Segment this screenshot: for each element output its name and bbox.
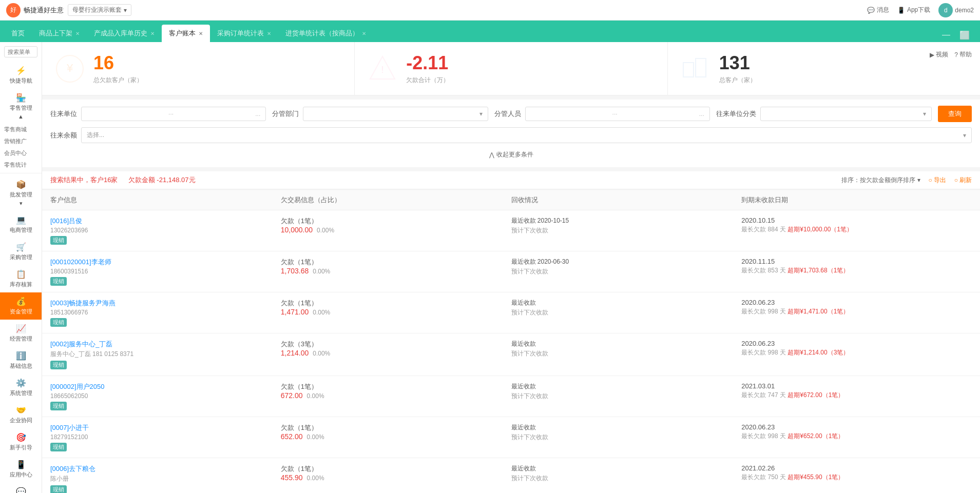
overdue-link-2[interactable]: 超期¥1,471.00（1笔） <box>787 308 849 315</box>
help-button[interactable]: ? 帮助 <box>954 50 972 59</box>
app-download-button[interactable]: 📱 App下载 <box>897 6 930 14</box>
overdue-link-3[interactable]: 超期¥1,214.00（3笔） <box>787 349 849 356</box>
overdue-link-5[interactable]: 超期¥652.00（1笔） <box>787 432 844 440</box>
customer-tag-0: 现销 <box>50 236 67 245</box>
overdue-link-6[interactable]: 超期¥455.90（1笔） <box>787 474 844 481</box>
customer-name-link-3[interactable]: [0002]服务中心_丁磊 <box>50 340 112 348</box>
card-icon-money: ¥ <box>54 53 85 84</box>
store-name: 母婴行业演示账套 <box>72 6 122 14</box>
person-input[interactable]: ··· <box>525 107 710 121</box>
customer-info-6: [0006]去下粮仓 陈小册 现销 <box>50 464 281 493</box>
close-icon[interactable]: ✕ <box>199 31 203 36</box>
card-body-2: -2.11 欠款合计（万） <box>406 52 655 85</box>
sidebar-item-system[interactable]: ⚙️ 系统管理 <box>0 374 42 401</box>
filter-dept: 分管部门 ▾ <box>272 107 488 121</box>
sidebar-item-retail-stats[interactable]: 零售统计 <box>0 159 42 171</box>
customer-name-link-1[interactable]: [0001020001]李老师 <box>50 258 111 266</box>
sidebar-item-marketing[interactable]: 营销推广 <box>0 135 42 147</box>
info-icon: ℹ️ <box>16 351 26 361</box>
overdue-link-0[interactable]: 超期¥10,000.00（1笔） <box>787 226 853 233</box>
debt-amount-4: 672.00 <box>281 391 303 400</box>
debt-desc-5: 欠款（1笔） <box>281 423 511 432</box>
customer-name-link-5[interactable]: [0007]小进干 <box>50 424 89 431</box>
debt-info-1: 欠款（1笔） 1,703.680.00% <box>281 258 511 275</box>
debt-desc-0: 欠款（1笔） <box>281 216 511 226</box>
search-button[interactable]: 查询 <box>938 106 972 122</box>
overdue-link-4[interactable]: 超期¥672.00（1笔） <box>787 391 844 399</box>
last-collect-4: 最近收款 <box>511 382 742 391</box>
sidebar-search-area <box>0 42 42 62</box>
customer-name-link-6[interactable]: [0006]去下粮仓 <box>50 465 95 472</box>
sidebar-item-label: 快捷导航 <box>10 77 32 85</box>
collapse-button[interactable]: ⋀ 收起更多条件 <box>489 150 533 159</box>
unit-type-select[interactable]: ▾ <box>760 107 932 121</box>
main-area: ⚡ 快捷导航 🏪 零售管理 ▲ 零售商城 营销推广 会员中心 零售统计 <box>0 42 980 493</box>
table-header: 客户信息 欠交易信息（占比） 回收情况 到期未收款日期 <box>42 190 980 210</box>
sidebar-item-enterprise[interactable]: 🤝 企业协同 <box>0 401 42 428</box>
sidebar-item-inventory[interactable]: 📋 库存核算 <box>0 265 42 292</box>
sidebar-item-finance[interactable]: 💰 资金管理 <box>0 292 42 320</box>
app-download-label: App下载 <box>907 6 930 14</box>
sidebar-item-operations[interactable]: 📈 经营管理 <box>0 320 42 347</box>
sidebar-item-member-center[interactable]: 会员中心 <box>0 147 42 159</box>
sidebar-item-app-center[interactable]: 📱 应用中心 <box>0 456 42 483</box>
close-icon[interactable]: ✕ <box>362 31 366 36</box>
recovery-info-0: 最近收款 2020-10-15 预计下次收款 <box>511 216 742 235</box>
balance-select[interactable]: 选择... ▾ <box>81 127 972 143</box>
sidebar-item-basic-info[interactable]: ℹ️ 基础信息 <box>0 347 42 374</box>
customer-phone-3: 服务中心_丁磊 181 0125 8371 <box>50 350 281 359</box>
tab-home[interactable]: 首页 <box>4 25 32 42</box>
from-unit-input[interactable]: ··· <box>81 107 266 121</box>
customer-name-link-4[interactable]: [000002]用户2050 <box>50 383 105 390</box>
minimize-button[interactable]: — <box>939 28 953 42</box>
collapse-icon: ⋀ <box>489 151 494 159</box>
user-menu[interactable]: d demo2 <box>938 3 974 17</box>
customers-owed-label: 总欠款客户（家） <box>93 76 342 85</box>
export-button[interactable]: ○ 导出 <box>929 176 946 185</box>
close-icon[interactable]: ✕ <box>150 31 155 36</box>
tab-product-on-off[interactable]: 商品上下架 ✕ <box>32 25 87 42</box>
top-bar: 好 畅捷通好生意 母婴行业演示账套 ▾ 💬 消息 📱 App下载 d demo2 <box>0 0 980 21</box>
sidebar-item-quick-nav[interactable]: ⚡ 快捷导航 <box>0 62 42 89</box>
sidebar-item-wholesale[interactable]: 📦 批发管理 ▾ <box>0 175 42 211</box>
overdue-link-1[interactable]: 超期¥1,703.68（1笔） <box>787 267 849 274</box>
customer-tag-1: 现销 <box>50 277 67 286</box>
close-icon[interactable]: ✕ <box>75 31 80 36</box>
sidebar-item-retail-mgmt[interactable]: 🏪 零售管理 ▲ <box>0 89 42 124</box>
store-selector[interactable]: 母婴行业演示账套 ▾ <box>68 4 131 16</box>
sidebar-item-guide[interactable]: 🎯 新手引导 <box>0 428 42 456</box>
chevron-down-icon: ▾ <box>963 132 966 139</box>
sidebar-item-label: 企业协同 <box>10 417 32 424</box>
sidebar-item-purchase[interactable]: 🛒 采购管理 <box>0 238 42 265</box>
sidebar-item-wechat[interactable]: 💬 企业微信 <box>0 483 42 493</box>
overdue-info-6: 2021.02.26 最长欠款 750 天 超期¥455.90（1笔） <box>741 464 972 482</box>
top-bar-right: 💬 消息 📱 App下载 d demo2 <box>867 3 974 17</box>
maximize-button[interactable]: ⬜ <box>957 28 972 42</box>
refresh-button[interactable]: ○ 刷新 <box>954 176 972 185</box>
customer-name-link-2[interactable]: [0003]畅捷服务尹海燕 <box>50 299 116 307</box>
search-input[interactable] <box>4 46 37 57</box>
dept-select[interactable]: ▾ <box>303 107 488 121</box>
debt-label <box>120 176 126 184</box>
sidebar-item-retail-store[interactable]: 零售商城 <box>0 124 42 135</box>
download-icon: 📱 <box>897 7 905 14</box>
tab-product-history[interactable]: 产成品入库单历史 ✕ <box>87 25 162 42</box>
sidebar-item-ecommerce[interactable]: 💻 电商管理 <box>0 211 42 238</box>
tab-purchase-order[interactable]: 采购订单统计表 ✕ <box>210 25 278 42</box>
close-icon[interactable]: ✕ <box>267 31 271 36</box>
sidebar-item-label: 电商管理 <box>10 226 32 234</box>
unit-type-label: 往来单位分类 <box>716 109 756 119</box>
customer-phone-1: 18600391516 <box>50 268 281 275</box>
tab-customer-ledger[interactable]: 客户账本 ✕ <box>162 25 210 42</box>
message-button[interactable]: 💬 消息 <box>867 6 889 14</box>
wechat-icon: 💬 <box>16 487 26 493</box>
next-collect-1: 预计下次收款 <box>511 267 742 276</box>
sort-label: 排序：按欠款金额倒序排序 <box>841 176 915 185</box>
customer-name-link-0[interactable]: [0016]吕俊 <box>50 217 82 225</box>
debt-desc-6: 欠款（1笔） <box>281 464 511 474</box>
quick-nav-icon: ⚡ <box>16 66 26 75</box>
customer-info-2: [0003]畅捷服务尹海燕 18513066976 现销 <box>50 299 281 327</box>
video-button[interactable]: ▶ 视频 <box>930 50 948 59</box>
tab-goods-stat[interactable]: 进货单统计表（按商品） ✕ <box>278 25 373 42</box>
sort-selector[interactable]: 排序：按欠款金额倒序排序 ▾ <box>841 176 920 185</box>
